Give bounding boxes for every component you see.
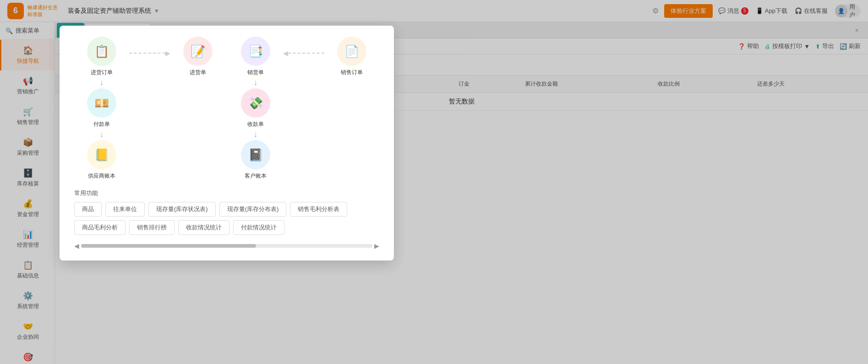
purchase-order-label: 进货订单 [91,69,113,76]
purchase-bill-label: 进货单 [190,69,206,76]
modal-scrollbar: ◀ ▶ [74,242,379,250]
common-btn-商品[interactable]: 商品 [74,202,102,217]
flow-sales-bill[interactable]: 📑 销货单 [228,37,283,76]
flow-sales-order[interactable]: 📄 销售订单 [324,37,379,76]
arrow-down-1: ↓ [74,78,129,87]
flow-purchase-order[interactable]: 📋 进货订单 [74,37,129,76]
supplier-account-icon: 📒 [87,140,116,169]
common-btn-销售毛利分析表[interactable]: 销售毛利分析表 [290,202,347,217]
scrollbar-thumb[interactable] [81,244,256,248]
receipt-bill-label: 收款单 [247,120,264,128]
scrollbar-track [81,244,372,248]
modal-overlay[interactable]: 📋 进货订单 ↓ 💴 付款单 ↓ 📒 供应商账本 [0,0,868,364]
arrow-down-4: ↓ [228,130,283,138]
quick-nav-modal: 📋 进货订单 ↓ 💴 付款单 ↓ 📒 供应商账本 [60,26,394,261]
common-functions-section: 常用功能 商品往来单位现存量(库存状况表)现存量(库存分布表)销售毛利分析表商品… [74,189,379,235]
flow-receipt-bill[interactable]: 💸 收款单 [228,88,283,128]
customer-account-label: 客户账本 [245,172,267,180]
flow-diagram: 📋 进货订单 ↓ 💴 付款单 ↓ 📒 供应商账本 [74,37,379,180]
common-functions-title: 常用功能 [74,189,379,197]
common-btn-收款情况统计[interactable]: 收款情况统计 [178,220,229,235]
sales-order-icon: 📄 [337,37,366,66]
sales-order-label: 销售订单 [341,69,363,76]
scroll-right-icon[interactable]: ▶ [374,242,379,250]
payment-bill-icon: 💴 [87,88,116,118]
arrow-down-3: ↓ [74,130,129,138]
common-buttons: 商品往来单位现存量(库存状况表)现存量(库存分布表)销售毛利分析表商品毛利分析销… [74,202,379,235]
flow-purchase-bill[interactable]: 📝 进货单 [170,37,225,76]
common-btn-现存量(库存分布表)[interactable]: 现存量(库存分布表) [219,202,287,217]
common-btn-商品毛利分析[interactable]: 商品毛利分析 [74,220,126,235]
common-btn-往来单位[interactable]: 往来单位 [105,202,145,217]
flow-customer-account[interactable]: 📓 客户账本 [228,140,283,180]
common-btn-付款情况统计[interactable]: 付款情况统计 [233,220,284,235]
flow-supplier-account[interactable]: 📒 供应商账本 [74,140,129,180]
supplier-account-label: 供应商账本 [88,172,115,180]
scroll-left-icon[interactable]: ◀ [74,242,79,250]
purchase-order-icon: 📋 [87,37,116,66]
purchase-bill-icon: 📝 [183,37,213,66]
sales-bill-icon: 📑 [241,37,270,66]
common-btn-销售排行榜[interactable]: 销售排行榜 [129,220,175,235]
sales-bill-label: 销货单 [247,69,264,76]
arrow-down-2: ↓ [228,78,283,87]
common-btn-现存量(库存状况表)[interactable]: 现存量(库存状况表) [148,202,216,217]
flow-payment-bill[interactable]: 💴 付款单 [74,88,129,128]
payment-bill-label: 付款单 [93,120,110,128]
customer-account-icon: 📓 [241,140,270,169]
receipt-bill-icon: 💸 [241,88,270,118]
